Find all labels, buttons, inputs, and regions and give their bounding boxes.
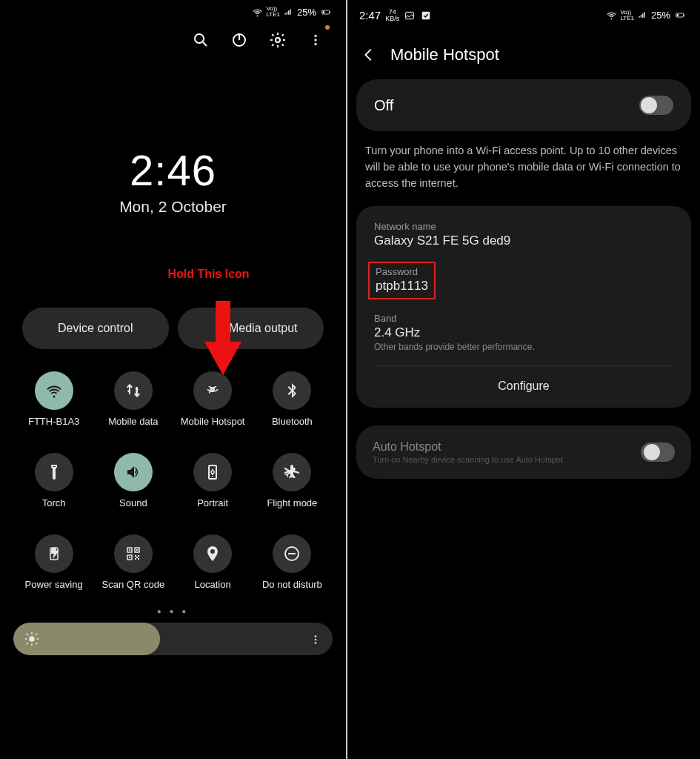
hotspot-description: Turn your phone into a Wi-Fi access poin…	[347, 140, 700, 206]
tile-power[interactable]: Power saving	[16, 534, 91, 601]
signal-icon	[283, 7, 294, 18]
search-icon[interactable]	[192, 31, 210, 49]
clock-date: Mon, 2 October	[0, 198, 346, 216]
tile-label: FTTH-B1A3	[28, 416, 79, 438]
clock-time: 2:46	[0, 145, 346, 195]
auto-hotspot-toggle[interactable]	[641, 443, 675, 462]
auto-hotspot-card[interactable]: Auto Hotspot Turn on Nearby device scann…	[356, 425, 691, 479]
hotspot-toggle-card[interactable]: Off	[356, 79, 691, 131]
hotspot-config-card: Network name Galaxy S21 FE 5G ded9 Passw…	[356, 206, 691, 408]
tile-label: Flight mode	[267, 497, 317, 520]
hotspot-toggle[interactable]	[639, 96, 673, 115]
sound-icon	[124, 463, 142, 481]
auto-hotspot-label: Auto Hotspot	[373, 440, 565, 454]
data-icon	[124, 382, 142, 400]
notification-dot	[325, 25, 330, 30]
tile-label: Mobile data	[108, 416, 158, 438]
tile-qr[interactable]: Scan QR code	[96, 534, 170, 601]
tile-sound[interactable]: Sound	[96, 453, 170, 520]
tile-flight[interactable]: Flight mode	[255, 453, 330, 520]
device-control-button[interactable]: Device control	[22, 308, 169, 349]
tile-label: Do not disturb	[262, 579, 322, 601]
toggle-state-label: Off	[374, 97, 393, 114]
arrow-annotation	[204, 301, 241, 375]
signal-icon	[637, 10, 648, 21]
page-indicator: ● ● ●	[0, 607, 346, 615]
tile-location[interactable]: Location	[176, 534, 250, 601]
tile-hotspot[interactable]: Mobile Hotspot	[176, 371, 250, 438]
battery-pct: 25%	[297, 7, 316, 18]
tile-dnd[interactable]: Do not disturb	[255, 534, 330, 601]
wifi-icon	[252, 7, 263, 18]
status-time: 2:47	[359, 9, 381, 21]
status-bar: 2:47 74KB/s Vo))LTE1 25%	[347, 0, 700, 24]
tile-label: Portrait	[197, 497, 228, 520]
portrait-icon	[204, 463, 221, 481]
media-output-button[interactable]: Media output	[178, 308, 324, 349]
volte-icon: Vo))LTE1	[620, 10, 634, 21]
page-title: Mobile Hotspot	[390, 45, 499, 64]
flight-icon	[283, 463, 301, 481]
brightness-icon	[24, 631, 40, 647]
check-icon	[420, 10, 432, 21]
tile-wifi[interactable]: FTTH-B1A3	[16, 371, 91, 438]
dnd-icon	[283, 545, 301, 563]
tile-label: Location	[195, 579, 231, 601]
tile-label: Mobile Hotspot	[181, 416, 245, 438]
location-icon	[204, 545, 221, 563]
bluetooth-icon	[283, 382, 301, 400]
tile-label: Scan QR code	[102, 579, 165, 601]
power-icon	[45, 545, 63, 563]
tile-label: Bluetooth	[272, 416, 313, 438]
clock-widget: 2:46 Mon, 2 October	[0, 145, 346, 216]
hotspot-settings-screen: 2:47 74KB/s Vo))LTE1 25% Mobile Hotspot …	[347, 0, 700, 759]
hotspot-icon	[204, 382, 221, 400]
brightness-menu-icon[interactable]	[309, 633, 322, 646]
wifi-icon	[606, 10, 617, 21]
battery-icon	[319, 7, 334, 18]
more-icon[interactable]	[307, 32, 324, 48]
picture-icon	[404, 10, 416, 21]
gear-icon[interactable]	[269, 31, 287, 49]
qr-icon	[124, 545, 142, 563]
quick-settings-panel: Vo))LTE1 25% 2:46 Mon, 2 October Hold Th…	[0, 0, 347, 759]
battery-pct: 25%	[651, 10, 670, 21]
battery-icon	[673, 10, 688, 21]
status-bar: Vo))LTE1 25%	[0, 0, 346, 21]
configure-button[interactable]: Configure	[374, 366, 673, 396]
password-field[interactable]: Password ptpb1113	[374, 262, 673, 299]
tile-label: Power saving	[25, 579, 83, 601]
torch-icon	[45, 463, 63, 481]
volte-icon: Vo))LTE1	[266, 6, 280, 18]
tile-bluetooth[interactable]: Bluetooth	[255, 371, 330, 438]
tile-torch[interactable]: Torch	[16, 453, 91, 520]
network-name-field[interactable]: Network name Galaxy S21 FE 5G ded9	[374, 221, 673, 248]
back-icon[interactable]	[361, 47, 377, 63]
power-icon[interactable]	[230, 31, 248, 49]
tile-label: Sound	[119, 497, 147, 520]
top-actions	[0, 21, 346, 49]
brightness-slider[interactable]	[13, 623, 333, 655]
tile-data[interactable]: Mobile data	[96, 371, 170, 438]
tile-portrait[interactable]: Portrait	[176, 453, 250, 520]
auto-hotspot-desc: Turn on Nearby device scanning to use Au…	[373, 455, 565, 464]
tile-label: Torch	[42, 497, 66, 520]
annotation-label: Hold This Icon	[36, 268, 381, 281]
wifi-icon	[45, 382, 63, 400]
network-speed: 74KB/s	[385, 9, 399, 21]
band-field[interactable]: Band 2.4 GHz Other bands provide better …	[374, 313, 673, 352]
